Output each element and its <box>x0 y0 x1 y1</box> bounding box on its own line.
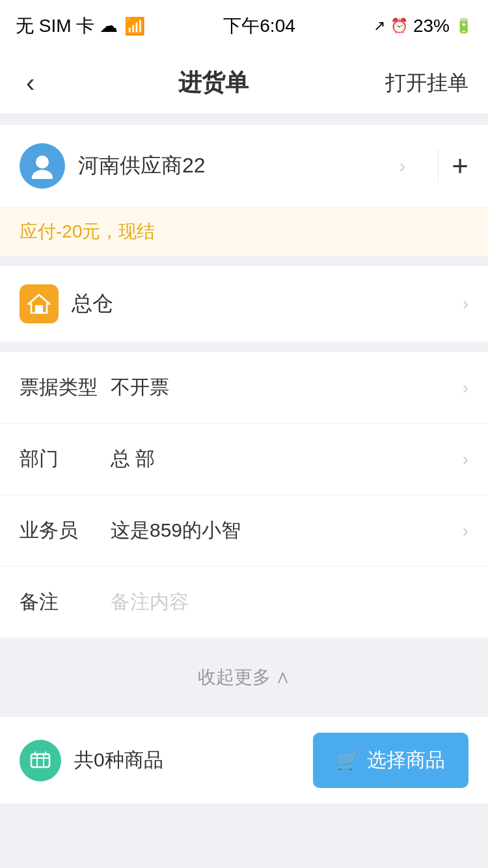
status-right: ↗ ⏰ 23% 🔋 <box>373 16 472 36</box>
status-time: 下午6:04 <box>223 14 295 38</box>
invoice-type-row[interactable]: 票据类型 不开票 › <box>0 352 488 424</box>
supplier-chevron-icon: › <box>399 155 405 177</box>
warehouse-row[interactable]: 总仓 › <box>0 266 488 342</box>
alarm-icon: ⏰ <box>390 18 408 34</box>
invoice-type-label: 票据类型 <box>20 374 111 401</box>
add-supplier-button[interactable]: + <box>452 152 468 180</box>
wifi-icon: 📶 <box>124 16 145 36</box>
invoice-type-value: 不开票 <box>111 374 463 401</box>
background-fill <box>0 804 488 868</box>
page-title: 进货单 <box>178 67 249 99</box>
remark-label: 备注 <box>20 589 111 616</box>
supplier-name: 河南供应商22 <box>78 152 399 180</box>
salesperson-row[interactable]: 业务员 这是859的小智 › <box>0 495 488 567</box>
salesperson-label: 业务员 <box>20 517 111 544</box>
person-icon <box>29 153 55 179</box>
form-card: 票据类型 不开票 › 部门 总 部 › 业务员 这是859的小智 › 备注 备注… <box>0 352 488 638</box>
supplier-avatar <box>20 143 65 189</box>
content-area: 河南供应商22 › + 应付-20元，现结 总仓 › 票据类型 不开票 › <box>0 125 488 868</box>
department-row[interactable]: 部门 总 部 › <box>0 424 488 495</box>
battery-label: 23% <box>413 16 450 36</box>
vertical-divider <box>438 150 439 182</box>
status-left: 无 SIM 卡 ☁ 📶 <box>16 14 145 38</box>
remark-row[interactable]: 备注 备注内容 <box>0 567 488 638</box>
location-icon: ↗ <box>373 18 385 34</box>
salesperson-value: 这是859的小智 <box>111 517 463 544</box>
warehouse-card: 总仓 › <box>0 266 488 342</box>
bottom-bar: 共0种商品 🛒 选择商品 <box>0 717 488 804</box>
goods-count: 共0种商品 <box>74 747 313 774</box>
salesperson-chevron-icon: › <box>463 521 468 541</box>
warehouse-name: 总仓 <box>72 290 463 318</box>
battery-icon: 🔋 <box>455 18 472 34</box>
department-label: 部门 <box>20 446 111 472</box>
supplier-notice: 应付-20元，现结 <box>0 208 488 256</box>
open-pending-button[interactable]: 打开挂单 <box>385 69 468 98</box>
nav-bar: ‹ 进货单 打开挂单 <box>0 52 488 115</box>
warehouse-icon <box>20 284 59 323</box>
svg-rect-4 <box>31 754 49 767</box>
supplier-row[interactable]: 河南供应商22 › + <box>0 125 488 208</box>
select-goods-label: 选择商品 <box>367 747 445 774</box>
department-value: 总 部 <box>111 446 463 472</box>
status-bar: 无 SIM 卡 ☁ 📶 下午6:04 ↗ ⏰ 23% 🔋 <box>0 0 488 52</box>
sim-status: 无 SIM 卡 ☁ <box>16 14 118 38</box>
house-icon <box>27 292 51 316</box>
warehouse-chevron-icon: › <box>463 293 468 314</box>
select-goods-button[interactable]: 🛒 选择商品 <box>313 733 468 788</box>
svg-point-0 <box>36 156 49 169</box>
collapse-label: 收起更多 ∧ <box>198 665 291 690</box>
cart-icon <box>29 749 52 772</box>
collapse-button[interactable]: 收起更多 ∧ <box>0 648 488 707</box>
select-icon: 🛒 <box>336 750 359 771</box>
svg-point-1 <box>32 170 53 179</box>
supplier-card: 河南供应商22 › + 应付-20元，现结 <box>0 125 488 256</box>
department-chevron-icon: › <box>463 449 468 470</box>
back-button[interactable]: ‹ <box>20 62 41 104</box>
goods-icon <box>20 740 61 781</box>
invoice-type-chevron-icon: › <box>463 377 468 398</box>
svg-rect-3 <box>35 305 43 313</box>
remark-input[interactable]: 备注内容 <box>111 589 468 616</box>
